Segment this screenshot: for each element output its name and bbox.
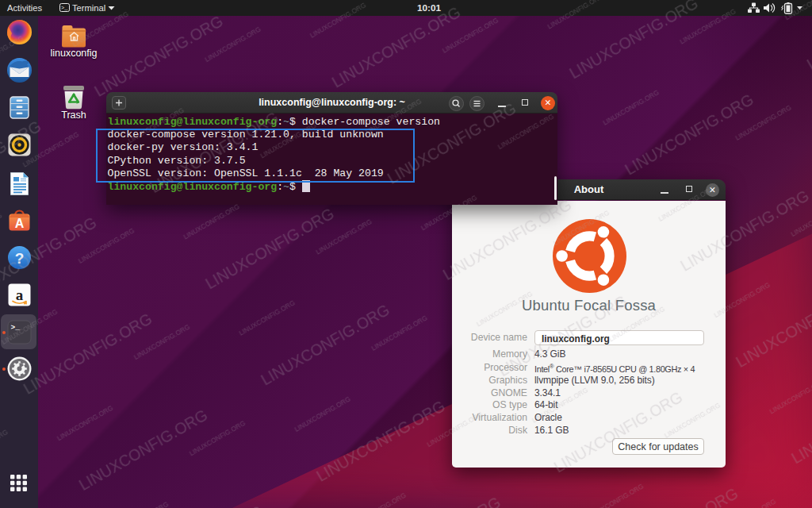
svg-text:>_: >_ — [61, 5, 68, 11]
svg-text:?: ? — [15, 250, 25, 267]
svg-text:>_: >_ — [11, 323, 21, 332]
svg-text:A: A — [15, 217, 25, 230]
svg-text:a: a — [16, 287, 24, 303]
